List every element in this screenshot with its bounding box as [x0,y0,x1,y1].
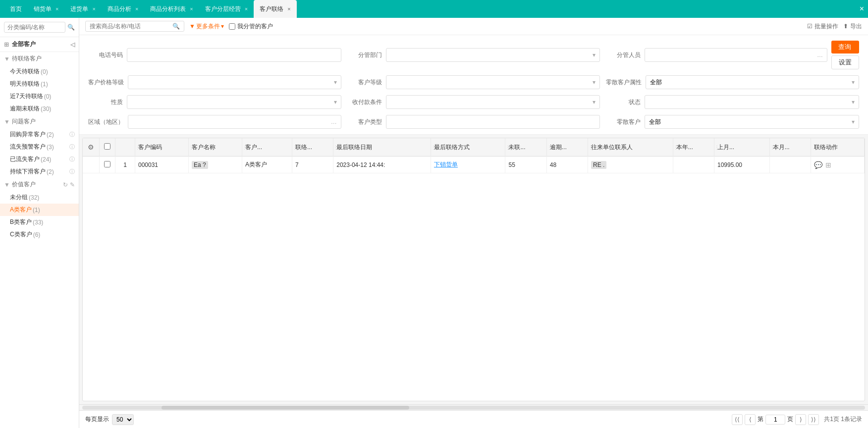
nav-close-customer-contact[interactable]: × [287,0,290,18]
retail-attr-dropdown[interactable]: 全部▾ [646,75,859,89]
advanced-filter: 电话号码 分管部门 ▾ 分管人员 … 查询 设置 [79,35,868,135]
page-input[interactable] [765,415,785,425]
row-last-month-cell: 10995.00 [714,157,769,173]
region-input[interactable]: … [128,115,341,129]
col-last-month: ⋮ 上月... [714,138,769,157]
edit-icon[interactable]: ✎ [70,181,75,188]
sidebar-item-ungrouped[interactable]: 未分组 (32) [0,191,79,204]
more-filters-btn[interactable]: ▼ 更多条件 ▾ [189,22,224,31]
last-page-btn[interactable]: ⟩⟩ [808,414,819,425]
sidebar-search-area: 🔍 [0,18,79,37]
export-btn[interactable]: ⬆ 导出 [843,22,862,31]
prev-page-btn[interactable]: ⟨ [745,414,756,425]
sidebar-item-declining[interactable]: 持续下滑客户 (2) ⓘ [0,165,79,178]
nav-close-product-analysis[interactable]: × [135,0,138,18]
dept-dropdown[interactable]: ▾ [386,48,600,62]
row-name-cell: Ea ? [189,157,242,173]
sidebar-search-icon[interactable]: 🔍 [67,24,75,31]
per-page-select[interactable]: 50 [112,414,134,425]
sidebar-item-a-class[interactable]: A类客户 (1) [0,204,79,216]
next-page-btn[interactable]: ⟩ [795,414,806,425]
nav-product-list[interactable]: 商品分析列表 × [144,0,199,18]
row-no-contact-cell: 55 [505,157,546,173]
set-button[interactable]: 设置 [831,55,859,69]
action-icons: 💬 ⊞ [814,161,861,169]
retail-customer-dropdown[interactable]: 全部▾ [645,115,859,129]
table-footer: 每页显示 50 ⟨⟨ ⟨ 第 页 ⟩ ⟩⟩ 共1页 1条记录 [79,410,868,428]
refresh-icon[interactable]: ↻ [63,181,68,188]
filter-phone: 电话号码 [85,47,344,63]
table-settings-btn[interactable]: ⚙ [86,142,96,152]
sidebar-item-c-class[interactable]: C类客户 (6) [0,228,79,241]
scroll-thumb[interactable] [162,406,409,410]
info-icon3[interactable]: ⓘ [69,156,75,163]
sidebar-item-overdue-contact[interactable]: 逾期未联络 (30) [0,103,79,115]
filter-row-1: 电话号码 分管部门 ▾ 分管人员 … 查询 设置 [85,39,862,71]
filter-row-2: 客户价格等级 ▾ 客户等级 ▾ 零散客户属性 全部▾ [85,74,862,91]
my-customers-checkbox[interactable]: 我分管的客户 [229,22,273,31]
search-input[interactable] [90,23,172,30]
nature-dropdown[interactable]: ▾ [127,95,341,109]
person-input[interactable]: … [645,48,827,62]
payment-dropdown[interactable]: ▾ [386,95,600,109]
filter-price-tier: 客户价格等级 ▾ [85,74,344,91]
horizontal-scrollbar[interactable] [79,404,868,410]
data-table: ⚙ ⋮ 客户编码 ⋮ 客户名称 [83,138,865,173]
batch-operation-btn[interactable]: ☑ 批量操作 [807,22,838,31]
nav-close-sales[interactable]: × [55,0,58,18]
qr-icon[interactable]: ⊞ [825,161,831,169]
nav-close-purchase[interactable]: × [92,0,95,18]
nav-customer-tier[interactable]: 客户分层经营 × [199,0,254,18]
info-icon4[interactable]: ⓘ [69,168,75,175]
sidebar-item-week-pending[interactable]: 近7天待联络 (0) [0,90,79,103]
filter-search-icon[interactable]: 🔍 [172,23,180,30]
nav-home[interactable]: 首页 [4,0,28,18]
phone-input[interactable] [127,48,341,62]
sidebar-item-b-class[interactable]: B类客户 (33) [0,216,79,228]
nav-close-customer-tier[interactable]: × [245,0,248,18]
row-last-date-cell: 2023-04-12 14:44: [333,157,431,173]
sidebar-item-repurchase-abnormal[interactable]: 回购异常客户 (2) ⓘ [0,128,79,141]
row-overdue-cell: 48 [546,157,588,173]
query-button[interactable]: 查询 [831,41,859,54]
filter-retail-attr: 零散客户属性 全部▾ [603,74,862,91]
col-no-contact: ⋮ 未联... [505,138,546,157]
row-this-month-cell [769,157,811,173]
sidebar-group-pending[interactable]: ▼ 待联络客户 [0,52,79,65]
sidebar-item-tomorrow-pending[interactable]: 明天待联络 (1) [0,78,79,90]
sidebar-item-churned[interactable]: 已流失客户 (24) ⓘ [0,153,79,165]
info-icon[interactable]: ⓘ [69,131,75,138]
status-dropdown[interactable]: ▾ [645,95,859,109]
nav-purchase[interactable]: 进货单 × [64,0,101,18]
nav-product-analysis[interactable]: 商品分析 × [102,0,144,18]
col-customer-code: ⋮ 客户编码 [135,138,189,157]
row-settings-cell [83,157,100,173]
col-num [115,138,135,157]
close-all-tabs[interactable]: × [860,4,864,13]
select-all-checkbox[interactable] [104,143,110,150]
sidebar-item-churn-warning[interactable]: 流失预警客户 (3) ⓘ [0,141,79,153]
price-tier-dropdown[interactable]: ▾ [128,75,341,89]
customer-type-input[interactable] [386,115,600,129]
sidebar-group-problem[interactable]: ▼ 问题客户 [0,115,79,128]
sidebar-search-input[interactable] [4,22,65,33]
nav-close-product-list[interactable]: × [190,0,193,18]
row-checkbox[interactable] [104,161,110,167]
arrow-icon3[interactable]: ▼ [4,181,10,188]
last-method-link[interactable]: 下销货单 [434,161,458,168]
message-icon[interactable]: 💬 [814,161,822,169]
search-field: 🔍 [85,21,184,32]
content-area: 🔍 ▼ 更多条件 ▾ 我分管的客户 ☑ 批量操作 ⬆ 导出 [79,18,868,428]
filter-customer-type: 客户类型 [344,113,603,130]
first-page-btn[interactable]: ⟨⟨ [732,414,743,425]
collapse-icon[interactable]: ◁ [70,41,75,48]
sidebar-item-today-pending[interactable]: 今天待联络 (0) [0,65,79,78]
nav-sales[interactable]: 销货单 × [28,0,64,18]
nav-customer-contact[interactable]: 客户联络 × [254,0,296,18]
my-customers-check[interactable] [229,23,235,30]
customer-tier-dropdown[interactable]: ▾ [386,75,600,89]
info-icon2[interactable]: ⓘ [69,143,75,151]
col-customer-name: ⋮ 客户名称 [189,138,242,157]
sidebar-all-customers[interactable]: ⊞ 全部客户 ◁ [0,37,79,52]
col-checkbox [100,138,115,157]
